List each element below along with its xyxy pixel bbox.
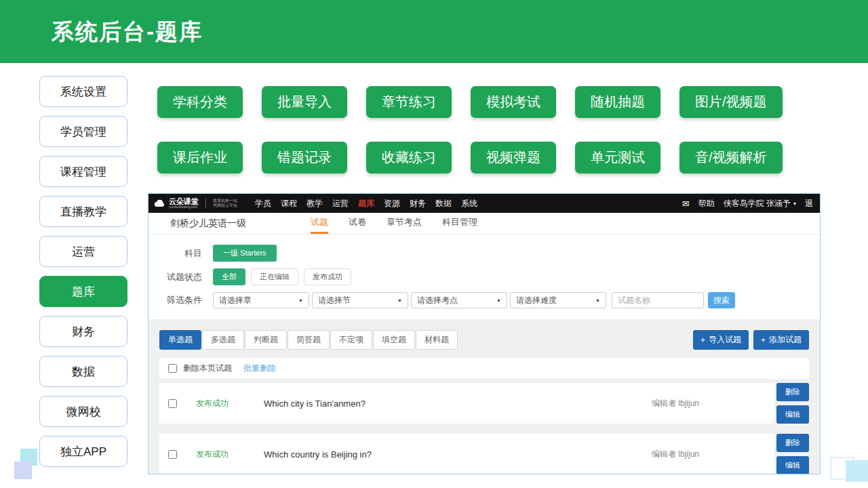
- feature-video-popup-question[interactable]: 视频弹题: [471, 142, 556, 174]
- difficulty-select-value: 请选择难度: [516, 295, 557, 306]
- feature-audio-video-analysis[interactable]: 音/视频解析: [679, 142, 783, 174]
- filter-row-status: 试题状态 全部 正在编辑 发布成功: [149, 268, 820, 285]
- status-published-button[interactable]: 发布成功: [304, 268, 351, 285]
- sidebar-item-question-bank[interactable]: 题库: [39, 276, 127, 307]
- sidebar-item-data[interactable]: 数据: [39, 356, 127, 387]
- sidebar-item-standalone-app[interactable]: 独立APP: [39, 436, 127, 467]
- status-editing-button[interactable]: 正在编辑: [251, 268, 298, 285]
- tagline-line1: 教育机构一站: [213, 199, 237, 203]
- question-row-main: 发布成功 Which city is Tian'anmen? 编辑者 lbjij…: [159, 383, 774, 424]
- nav-item-data[interactable]: 数据: [435, 198, 452, 209]
- sidebar-item-system-settings[interactable]: 系统设置: [39, 76, 127, 107]
- status-all-button[interactable]: 全部: [213, 268, 245, 285]
- feature-wrong-question-record[interactable]: 错题记录: [262, 142, 347, 174]
- feature-row-2: 课后作业 错题记录 收藏练习 视频弹题 单元测试 音/视频解析: [157, 142, 783, 174]
- account-menu[interactable]: 侠客岛学院 张涵予 ▾: [724, 198, 796, 209]
- chevron-down-icon: ▼: [496, 298, 501, 303]
- filter-row-conditions: 筛选条件 请选择章 ▼ 请选择节 ▼ 请选择考点 ▼ 请选择难度 ▼ 搜索: [149, 292, 820, 308]
- qtype-multi-choice[interactable]: 多选题: [202, 330, 244, 350]
- delete-button[interactable]: 删除: [776, 434, 809, 452]
- row-checkbox[interactable]: [168, 450, 177, 459]
- logo[interactable]: 云朵课堂 yunduoketang.com 教育机构一站 式网校云平台: [154, 198, 237, 209]
- course-title: 剑桥少儿英语一级: [170, 218, 246, 230]
- feature-subject-category[interactable]: 学科分类: [157, 86, 243, 118]
- tab-papers[interactable]: 试卷: [349, 213, 366, 234]
- sidebar-item-operations[interactable]: 运营: [39, 236, 127, 267]
- cloud-logo-icon: [154, 199, 165, 207]
- qtype-fill-blank[interactable]: 填空题: [373, 330, 415, 350]
- feature-favorite-practice[interactable]: 收藏练习: [366, 142, 452, 174]
- feature-batch-import[interactable]: 批量导入: [262, 86, 347, 118]
- filter-row-subject: 科目 一级 Starters: [149, 245, 820, 262]
- tab-chapter-points[interactable]: 章节考点: [387, 213, 422, 234]
- difficulty-select[interactable]: 请选择难度 ▼: [510, 292, 606, 308]
- row-checkbox[interactable]: [168, 399, 177, 408]
- sidebar-item-course-management[interactable]: 课程管理: [39, 156, 127, 187]
- select-all-checkbox[interactable]: [168, 364, 177, 373]
- delete-page-bar: 删除本页试题 批量删除: [159, 358, 809, 379]
- qtype-indefinite[interactable]: 不定项: [330, 330, 372, 350]
- help-link[interactable]: 帮助: [698, 198, 715, 209]
- logo-subtext: yunduoketang.com: [169, 205, 199, 209]
- mail-icon[interactable]: ✉: [682, 199, 690, 209]
- sidebar-item-micro-school[interactable]: 微网校: [39, 396, 127, 427]
- import-questions-button[interactable]: + 导入试题: [693, 330, 749, 350]
- edit-button[interactable]: 编辑: [776, 405, 809, 424]
- row-actions: 删除 编辑: [776, 434, 809, 474]
- section-select[interactable]: 请选择节 ▼: [312, 292, 408, 308]
- batch-delete-link[interactable]: 批量删除: [243, 363, 276, 374]
- decorative-square: [14, 462, 32, 479]
- point-select[interactable]: 请选择考点 ▼: [411, 292, 507, 308]
- logout-link[interactable]: 退: [805, 198, 813, 209]
- question-name-input[interactable]: [612, 292, 704, 308]
- nav-item-finance[interactable]: 财务: [410, 198, 426, 209]
- add-question-button[interactable]: + 添加试题: [753, 330, 809, 350]
- status-label: 试题状态: [149, 271, 202, 283]
- feature-unit-test[interactable]: 单元测试: [575, 142, 660, 174]
- question-list-area: 单选题 多选题 判断题 简答题 不定项 填空题 材料题 + 导入试题 + 添加试…: [149, 319, 820, 474]
- tab-subject-management[interactable]: 科目管理: [442, 213, 477, 234]
- nav-item-students[interactable]: 学员: [255, 198, 271, 209]
- edit-button[interactable]: 编辑: [776, 456, 809, 474]
- qtype-true-false[interactable]: 判断题: [245, 330, 287, 350]
- chapter-select-value: 请选择章: [219, 295, 252, 306]
- search-button[interactable]: 搜索: [708, 292, 735, 308]
- delete-button[interactable]: 删除: [776, 383, 809, 401]
- nav-item-system[interactable]: 系统: [461, 198, 477, 209]
- admin-subnav: 剑桥少儿英语一级 试题 试卷 章节考点 科目管理: [149, 213, 820, 235]
- sidebar-item-student-management[interactable]: 学员管理: [39, 116, 127, 147]
- row-actions: 删除 编辑: [776, 383, 809, 424]
- question-type-toolbar: 单选题 多选题 判断题 简答题 不定项 填空题 材料题 + 导入试题 + 添加试…: [159, 319, 809, 350]
- question-text: Which country is Beijing in?: [264, 449, 372, 460]
- feature-homework[interactable]: 课后作业: [157, 142, 243, 174]
- feature-buttons: 学科分类 批量导入 章节练习 模拟考试 随机抽题 图片/视频题 课后作业 错题记…: [157, 86, 783, 174]
- logo-divider: [205, 199, 206, 208]
- feature-mock-exam[interactable]: 模拟考试: [471, 86, 556, 118]
- feature-image-video-question[interactable]: 图片/视频题: [679, 86, 783, 118]
- qtype-short-answer[interactable]: 简答题: [288, 330, 330, 350]
- question-row: 发布成功 Which city is Tian'anmen? 编辑者 lbjij…: [159, 383, 809, 424]
- chevron-down-icon: ▼: [298, 298, 303, 303]
- decorative-square: [846, 460, 868, 482]
- tab-questions[interactable]: 试题: [311, 213, 328, 234]
- editor-info: 编辑者 lbjijun: [652, 398, 699, 409]
- sidebar-item-live-teaching[interactable]: 直播教学: [39, 196, 127, 227]
- subject-tag[interactable]: 一级 Starters: [213, 245, 277, 262]
- status-badge: 发布成功: [196, 449, 242, 460]
- nav-item-teaching[interactable]: 教学: [307, 198, 323, 209]
- qtype-material[interactable]: 材料题: [416, 330, 458, 350]
- status-badge: 发布成功: [196, 398, 242, 409]
- sidebar-item-finance[interactable]: 财务: [39, 316, 127, 347]
- nav-item-courses[interactable]: 课程: [281, 198, 297, 209]
- nav-item-operations[interactable]: 运营: [332, 198, 349, 209]
- qtype-single-choice[interactable]: 单选题: [159, 330, 201, 350]
- nav-item-resources[interactable]: 资源: [384, 198, 400, 209]
- feature-row-1: 学科分类 批量导入 章节练习 模拟考试 随机抽题 图片/视频题: [157, 86, 783, 118]
- nav-item-question-bank[interactable]: 题库: [358, 198, 374, 209]
- subject-label: 科目: [149, 247, 202, 260]
- chapter-select[interactable]: 请选择章 ▼: [213, 292, 309, 308]
- feature-chapter-practice[interactable]: 章节练习: [366, 86, 452, 118]
- feature-random-draw[interactable]: 随机抽题: [575, 86, 660, 118]
- add-buttons-group: + 导入试题 + 添加试题: [688, 330, 809, 350]
- import-questions-label: 导入试题: [709, 334, 741, 346]
